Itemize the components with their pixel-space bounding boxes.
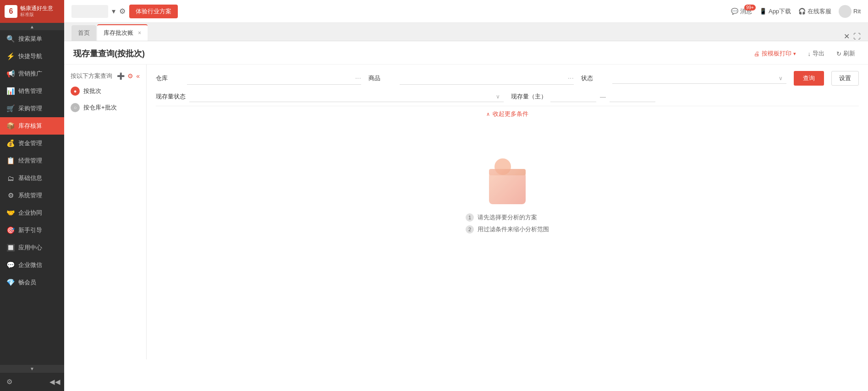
sidebar-item-sales[interactable]: 📊 销售管理 [0, 82, 64, 100]
wechat-icon: 💬 [6, 261, 15, 269]
status-select[interactable]: ∨ [612, 73, 786, 84]
sidebar-item-finance[interactable]: 💰 资金管理 [0, 135, 64, 152]
topbar-right: 💬 消息 99+ 📱 App下载 🎧 在线客服 Rit [731, 5, 861, 18]
sidebar-header: 6 畅康通好生意 标准版 [0, 0, 64, 23]
print-dropdown-icon[interactable]: ▾ [793, 51, 796, 57]
newbie-icon: 🎯 [6, 226, 15, 234]
export-button[interactable]: ↓ 导出 [804, 48, 829, 60]
scheme-icon-batch: ● [71, 87, 80, 96]
tab-home-label: 首页 [78, 29, 90, 37]
messages-button[interactable]: 💬 消息 99+ [731, 7, 752, 16]
topbar-gear-icon[interactable]: ⚙ [119, 7, 126, 16]
operations-icon: 📋 [6, 157, 15, 165]
sidebar-item-label: 快捷导航 [18, 52, 42, 60]
sidebar-item-wechat[interactable]: 💬 企业微信 [0, 256, 64, 274]
close-tab-icon[interactable]: × [138, 30, 141, 36]
settings-button[interactable]: 设置 [831, 71, 859, 86]
sidebar-item-enterprise[interactable]: 🤝 企业协同 [0, 204, 64, 222]
user-avatar-button[interactable]: Rit [839, 5, 861, 18]
expand-icon[interactable]: ⛶ [853, 33, 861, 41]
collapse-sidebar-icon[interactable]: ◀◀ [49, 376, 60, 387]
empty-illustration [480, 158, 535, 204]
add-scheme-icon[interactable]: ➕ [117, 72, 125, 80]
sidebar-scroll-up[interactable]: ▲ [0, 23, 64, 30]
collapse-left-panel-icon[interactable]: « [136, 72, 140, 80]
sidebar-item-label: 基础信息 [18, 174, 42, 182]
sidebar-item-label: 系统管理 [18, 191, 42, 200]
empty-box [489, 172, 526, 204]
sidebar-item-label: 企业微信 [18, 261, 42, 269]
scheme-query-label: 按以下方案查询 [71, 72, 112, 80]
sidebar-item-appstore[interactable]: 🔲 应用中心 [0, 239, 64, 256]
empty-tip-1: 1 请先选择要分析的方案 [466, 213, 549, 222]
sidebar-item-search[interactable]: 🔍 搜索菜单 [0, 30, 64, 48]
sidebar-item-label: 搜索菜单 [18, 35, 42, 43]
tab-inventory-batch[interactable]: 库存批次账 × [97, 24, 148, 41]
warehouse-filter-label: 仓库 [156, 74, 183, 82]
sidebar-item-newbie[interactable]: 🎯 新手引导 [0, 222, 64, 239]
sidebar-item-quicknav[interactable]: ⚡ 快捷导航 [0, 48, 64, 65]
online-service-label: 在线客服 [808, 7, 831, 16]
warehouse-input[interactable] [187, 75, 355, 81]
product-input[interactable] [400, 75, 568, 81]
sidebar-item-label: 采购管理 [18, 104, 42, 113]
app-logo: 6 [5, 5, 17, 18]
topbar: ▾ ⚙ 体验行业方案 💬 消息 99+ 📱 App下载 🎧 在线客服 Rit [64, 0, 868, 23]
tab-active-label: 库存批次账 [104, 29, 133, 37]
stock-amount-max-input[interactable] [610, 91, 655, 102]
sidebar-item-label: 经营管理 [18, 157, 42, 165]
filter-group-stock-status: 现存量状态 ∨ [156, 92, 504, 102]
refresh-button[interactable]: ↻ 刷新 [833, 48, 859, 60]
print-button[interactable]: 🖨 按模板打印 ▾ [750, 48, 800, 60]
tab-home[interactable]: 首页 [71, 25, 96, 41]
quicknav-icon: ⚡ [6, 52, 15, 60]
settings-icon[interactable]: ⚙ [4, 376, 15, 387]
page-header: 现存量查询(按批次) 🖨 按模板打印 ▾ ↓ 导出 ↻ 刷新 [64, 41, 868, 65]
phone-icon: 📱 [759, 8, 767, 15]
scheme-label-warehouse-batch: 按仓库+批次 [83, 103, 117, 112]
sidebar-nav-list: 🔍 搜索菜单 ⚡ 快捷导航 📢 营销推广 📊 销售管理 🛒 采购管理 📦 库存核… [0, 30, 64, 365]
app-subtitle: 标准版 [20, 11, 53, 18]
empty-tip-2: 2 用过滤条件来缩小分析范围 [466, 225, 549, 234]
tip-num-1: 1 [466, 213, 474, 222]
sidebar-item-label: 应用中心 [18, 244, 42, 252]
sidebar-item-operations[interactable]: 📋 经营管理 [0, 152, 64, 169]
scheme-item-warehouse-batch[interactable]: ○ 按仓库+批次 [64, 99, 146, 116]
base-icon: 🗂 [6, 174, 15, 182]
sidebar-item-vip[interactable]: 💎 畅会员 [0, 274, 64, 291]
sidebar-item-label: 资金管理 [18, 139, 42, 147]
avatar [839, 5, 852, 18]
body-layout: 按以下方案查询 ➕ ⚙ « ● 按批次 ○ 按仓库+批次 [64, 65, 868, 359]
sidebar-item-purchase[interactable]: 🛒 采购管理 [0, 100, 64, 117]
warehouse-dots[interactable]: ··· [355, 74, 361, 82]
topbar-left: ▾ ⚙ 体验行业方案 [71, 5, 726, 18]
sidebar-scroll-down[interactable]: ▼ [0, 365, 64, 372]
collapse-more-conditions[interactable]: ∧ 收起更多条件 [156, 106, 859, 122]
sidebar-item-system[interactable]: ⚙ 系统管理 [0, 187, 64, 204]
stock-status-select[interactable]: ∨ [189, 92, 504, 102]
app-download-label: App下载 [769, 7, 791, 16]
inventory-icon: 📦 [6, 122, 15, 130]
stock-amount-min-input[interactable] [550, 91, 596, 102]
sidebar-item-label: 企业协同 [18, 209, 42, 217]
app-download-button[interactable]: 📱 App下载 [759, 7, 791, 16]
online-service-button[interactable]: 🎧 在线客服 [798, 7, 831, 16]
scheme-item-batch[interactable]: ● 按批次 [64, 83, 146, 99]
query-button[interactable]: 查询 [794, 71, 824, 86]
range-separator: — [600, 93, 606, 100]
brand-dropdown-icon[interactable]: ▾ [112, 7, 115, 16]
product-dots[interactable]: ··· [568, 74, 574, 82]
experience-industry-button[interactable]: 体验行业方案 [129, 5, 178, 18]
sidebar-item-base[interactable]: 🗂 基础信息 [0, 169, 64, 187]
scheme-icon-warehouse-batch: ○ [71, 103, 80, 112]
system-icon: ⚙ [6, 191, 15, 200]
stock-amount-range: — [550, 91, 859, 102]
close-panel-icon[interactable]: ✕ [844, 32, 850, 41]
status-filter-label: 状态 [581, 74, 609, 82]
scheme-settings-icon[interactable]: ⚙ [127, 72, 133, 80]
sidebar-item-marketing[interactable]: 📢 营销推广 [0, 65, 64, 82]
finance-icon: 💰 [6, 139, 15, 147]
sidebar-item-inventory[interactable]: 📦 库存核算 [0, 117, 64, 135]
export-label: 导出 [813, 49, 824, 58]
product-filter-label: 商品 [368, 74, 396, 82]
